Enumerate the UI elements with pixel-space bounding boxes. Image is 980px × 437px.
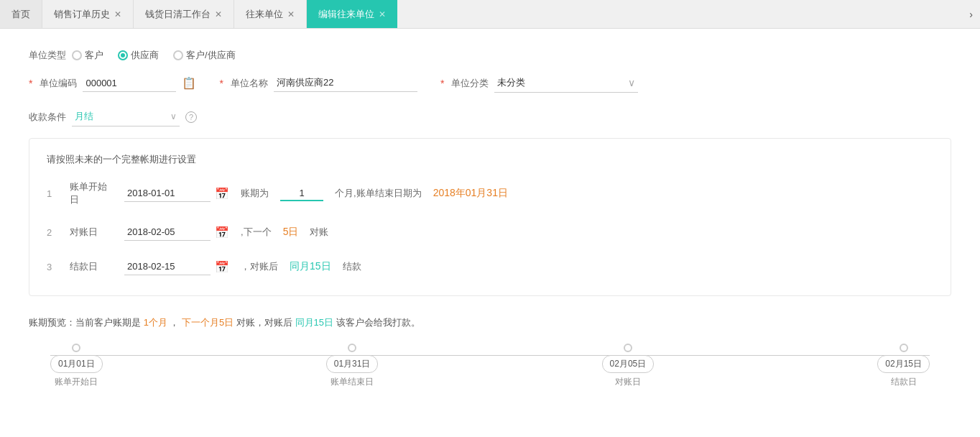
row2-prefix: ,下一个: [241, 226, 272, 239]
payment-terms-chevron: ∨: [170, 111, 177, 121]
row3-suffix: 结款: [343, 260, 361, 273]
payment-terms-row: 收款条件 月结 ∨ ?: [29, 107, 951, 126]
unit-code-input[interactable]: [83, 75, 176, 92]
radio-supplier[interactable]: 供应商: [118, 49, 159, 62]
radio-both-label: 客户/供应商: [186, 49, 236, 62]
unit-category-group: * 单位分类 未分类 ∨: [440, 73, 638, 93]
payment-terms-value: 月结: [75, 110, 93, 123]
row1-num: 1: [47, 188, 58, 199]
section-instruction: 请按照未来的一个完整帐期进行设置: [47, 153, 933, 166]
tab-home[interactable]: 首页: [0, 0, 42, 28]
preview-part3: 同月15日: [295, 317, 333, 328]
radio-customer[interactable]: 客户: [72, 49, 103, 62]
unit-code-star: *: [29, 78, 32, 89]
unit-name-group: * 单位名称: [219, 75, 417, 92]
tab-edit-label: 编辑往来单位: [318, 8, 374, 21]
tab-cash-ledger[interactable]: 钱货日清工作台 ✕: [134, 0, 234, 28]
tab-sales-label: 销售订单历史: [54, 8, 110, 21]
unit-category-star: *: [440, 78, 444, 89]
unit-code-group: * 单位编码 📋: [29, 75, 196, 92]
timeline-node-3: 02月05日 对账日: [602, 344, 655, 388]
period-months-input[interactable]: [280, 186, 323, 201]
row2-suffix: 对账: [310, 226, 328, 239]
node4-badge: 02月15日: [877, 355, 930, 373]
tab-partner-close[interactable]: ✕: [287, 9, 295, 19]
reconcile-date-wrap: 📅: [124, 224, 229, 241]
reconcile-date-calendar-icon[interactable]: 📅: [215, 226, 229, 239]
tab-edit-partner[interactable]: 编辑往来单位 ✕: [307, 0, 397, 28]
radio-both[interactable]: 客户/供应商: [173, 49, 236, 62]
node2-badge: 01月31日: [326, 355, 379, 373]
unit-type-label: 单位类型: [29, 49, 66, 62]
preview-part2: 下一个月5日: [182, 317, 234, 328]
tab-partner-unit[interactable]: 往来单位 ✕: [234, 0, 307, 28]
row2-num: 2: [47, 227, 58, 238]
row1-period-unit: 个月,账单结束日期为: [335, 187, 422, 200]
row3-highlight: 同月15日: [290, 260, 331, 273]
radio-supplier-circle: [118, 50, 128, 60]
start-date-row: 1 账单开始日 📅 账期为 个月,账单结束日期为 2018年01月31日: [47, 180, 933, 206]
node2-dot: [348, 344, 356, 352]
tab-partner-label: 往来单位: [246, 8, 283, 21]
timeline-node-4: 02月15日 结款日: [877, 344, 930, 388]
node3-dot: [624, 344, 632, 352]
main-content: 单位类型 客户 供应商 客户/供应商 * 单位编码 📋: [0, 29, 980, 437]
unit-fields-row: * 单位编码 📋 * 单位名称 * 单位分类 未分类 ∨: [29, 73, 951, 93]
preview-text-row: 账期预览：当前客户账期是 1个月 ， 下一个月5日 对账，对账后 同月15日 该…: [29, 316, 951, 329]
tab-home-label: 首页: [11, 8, 30, 21]
radio-customer-label: 客户: [85, 49, 103, 62]
payment-date-wrap: 📅: [124, 258, 229, 275]
tab-sales-close[interactable]: ✕: [114, 9, 121, 19]
tab-bar: 首页 销售订单历史 ✕ 钱货日清工作台 ✕ 往来单位 ✕ 编辑往来单位 ✕ ›: [0, 0, 980, 29]
radio-both-circle: [173, 50, 183, 60]
unit-code-icon[interactable]: 📋: [182, 76, 196, 90]
radio-supplier-dot: [121, 53, 125, 58]
preview-sep2: 对账，对账后: [236, 317, 292, 328]
reconcile-date-input[interactable]: [124, 224, 211, 241]
tab-more-button[interactable]: ›: [962, 0, 980, 28]
unit-name-star: *: [219, 78, 223, 89]
node3-badge: 02月05日: [602, 355, 655, 373]
unit-type-row: 单位类型 客户 供应商 客户/供应商: [29, 49, 951, 62]
node2-label: 账单结束日: [330, 376, 374, 388]
unit-name-input[interactable]: [274, 75, 417, 92]
payment-terms-select[interactable]: 月结 ∨: [72, 107, 180, 126]
node1-badge: 01月01日: [50, 355, 103, 373]
unit-category-value: 未分类: [497, 76, 525, 89]
start-date-calendar-icon[interactable]: 📅: [215, 187, 229, 201]
row1-end-date-highlight: 2018年01月31日: [433, 187, 508, 200]
node4-label: 结款日: [891, 376, 917, 388]
payment-date-input[interactable]: [124, 258, 211, 275]
tab-edit-close[interactable]: ✕: [379, 9, 386, 19]
chevron-right-icon: ›: [969, 9, 973, 20]
tab-cash-label: 钱货日清工作台: [145, 8, 211, 21]
preview-label: 账期预览：当前客户账期是: [29, 317, 141, 328]
unit-category-select[interactable]: 未分类 ∨: [494, 73, 638, 93]
preview-part1: 1个月: [144, 317, 167, 328]
category-chevron-icon: ∨: [628, 77, 635, 88]
payment-terms-help[interactable]: ?: [185, 111, 197, 123]
payment-date-calendar-icon[interactable]: 📅: [215, 260, 229, 274]
preview-suffix: 该客户会给我打款。: [336, 317, 420, 328]
start-date-input[interactable]: [124, 185, 211, 202]
payment-date-row: 3 结款日 📅 ，对账后 同月15日 结款: [47, 258, 933, 275]
node1-label: 账单开始日: [55, 376, 98, 388]
radio-customer-circle: [72, 50, 82, 60]
row3-num: 3: [47, 262, 58, 272]
node1-dot: [72, 344, 80, 352]
timeline-container: 01月01日 账单开始日 01月31日 账单结束日 02月05日 对账日 02月…: [29, 344, 951, 388]
unit-name-label: 单位名称: [231, 77, 268, 90]
row3-label: 结款日: [70, 260, 113, 273]
account-period-section: 请按照未来的一个完整帐期进行设置 1 账单开始日 📅 账期为 个月,账单结束日期…: [29, 138, 951, 296]
payment-terms-label: 收款条件: [29, 111, 66, 124]
unit-type-radio-group: 客户 供应商 客户/供应商: [72, 49, 236, 62]
tab-sales-order-history[interactable]: 销售订单历史 ✕: [42, 0, 134, 28]
row3-prefix: ，对账后: [241, 260, 278, 273]
unit-code-label: 单位编码: [40, 77, 77, 90]
row1-suffix: 账期为: [241, 187, 269, 200]
tab-cash-close[interactable]: ✕: [215, 9, 222, 19]
node4-dot: [900, 344, 908, 352]
row2-label: 对账日: [70, 226, 113, 239]
start-date-wrap: 📅: [124, 185, 229, 202]
unit-category-label: 单位分类: [451, 77, 489, 90]
